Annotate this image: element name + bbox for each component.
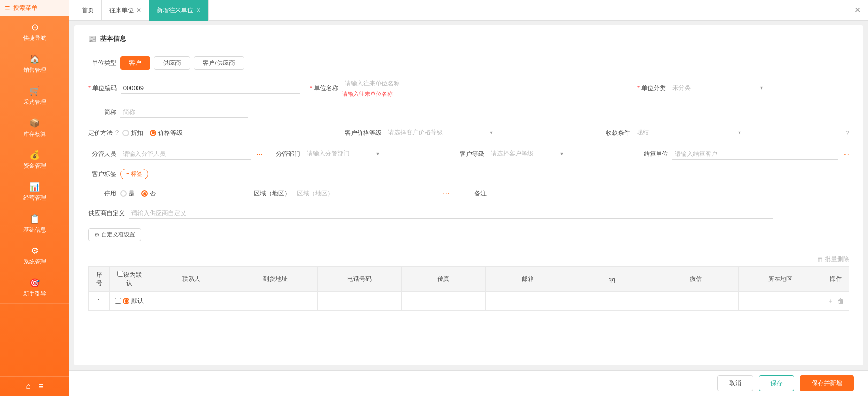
sales-icon: 🏠: [30, 54, 40, 64]
row-default-circle: [123, 298, 129, 304]
custom-settings-button[interactable]: ⚙ 自定义项设置: [88, 228, 141, 241]
customer-level-select[interactable]: 请选择客户等级 ▾: [488, 148, 631, 160]
customer-price-level-group: 客户价格等级 请选择客户价格等级 ▾: [345, 126, 592, 139]
unit-name-input[interactable]: [342, 78, 628, 89]
radio-price-level-circle: [150, 130, 156, 136]
supplier-custom-label: 供应商自定义: [88, 209, 125, 217]
home-icon[interactable]: ⌂: [26, 381, 31, 391]
bars-icon[interactable]: ≡: [38, 381, 44, 391]
row-address[interactable]: [233, 292, 317, 311]
remark-label: 备注: [458, 189, 487, 198]
row-actions: ＋ 🗑: [822, 292, 849, 311]
settlement-unit-input[interactable]: [672, 148, 838, 160]
short-name-input[interactable]: [120, 107, 248, 118]
unit-code-input[interactable]: [121, 83, 300, 94]
row-phone[interactable]: [317, 292, 401, 311]
department-select[interactable]: 请输入分管部门 ▾: [304, 148, 447, 160]
row-default-label: 默认: [131, 297, 144, 305]
disabled-group: 停用 是 否: [88, 189, 244, 198]
cancel-button[interactable]: 取消: [717, 375, 753, 391]
sidebar-item-operations[interactable]: 📊 经营管理: [0, 176, 69, 208]
row-default-radio[interactable]: 默认: [123, 297, 144, 305]
unit-code-label: * 单位编码: [88, 84, 117, 93]
finance-icon: 💰: [30, 150, 40, 160]
radio-no[interactable]: 否: [141, 189, 156, 198]
department-placeholder: 请输入分管部门: [307, 149, 374, 158]
save-add-button[interactable]: 保存并新增: [800, 375, 854, 391]
search-menu[interactable]: ☰ 搜索菜单: [0, 0, 69, 16]
unit-code-group: * 单位编码: [88, 83, 300, 94]
sidebar-item-sales[interactable]: 🏠 销售管理: [0, 48, 69, 80]
row-qq[interactable]: [570, 292, 654, 311]
sidebar-bottom: ⌂ ≡: [0, 376, 69, 396]
manager-more-icon[interactable]: ···: [257, 150, 263, 158]
row-contact[interactable]: [149, 292, 233, 311]
short-name-group: 简称: [88, 107, 248, 118]
tab-home-label: 首页: [82, 6, 94, 15]
unit-type-supplier[interactable]: 供应商: [154, 56, 190, 70]
section-title-text: 基本信息: [100, 35, 126, 43]
page-content: 📰 基本信息 单位类型 客户 供应商 客户/供应商 * 单: [74, 25, 863, 365]
tab-add-partner-close[interactable]: ✕: [196, 7, 201, 14]
save-button[interactable]: 保存: [759, 375, 794, 391]
area-input[interactable]: [294, 188, 437, 199]
row-email[interactable]: [486, 292, 570, 311]
pricing-method-help-icon[interactable]: ?: [115, 129, 119, 136]
area-group: 区域（地区） ···: [254, 188, 449, 199]
sidebar-item-basics[interactable]: 📋 基础信息: [0, 208, 69, 240]
row-area[interactable]: [738, 292, 822, 311]
add-row-icon[interactable]: ＋: [827, 297, 834, 305]
delete-row-icon[interactable]: 🗑: [838, 297, 844, 305]
manager-input[interactable]: [120, 148, 251, 160]
remark-input[interactable]: [490, 188, 849, 199]
tab-partner-list[interactable]: 往来单位 ✕: [102, 0, 149, 21]
unit-type-both[interactable]: 客户/供应商: [194, 56, 244, 70]
custom-settings-area: ⚙ 自定义项设置: [88, 228, 849, 241]
row-checkbox[interactable]: [115, 298, 121, 304]
row-default-cell: 默认: [110, 292, 149, 311]
payment-terms-select[interactable]: 现结 ▾: [634, 126, 841, 139]
row-default-dot: [125, 299, 128, 303]
add-tag-button[interactable]: + 标签: [120, 169, 148, 179]
radio-price-level[interactable]: 价格等级: [150, 129, 183, 137]
sidebar-item-label: 采购管理: [23, 98, 46, 106]
batch-delete-button[interactable]: 🗑 批量删除: [817, 255, 849, 264]
supplier-custom-group: 供应商自定义: [88, 208, 773, 219]
tab-home[interactable]: 首页: [74, 0, 102, 21]
select-all-checkbox[interactable]: [117, 271, 123, 277]
close-all-tabs[interactable]: ✕: [854, 6, 860, 15]
sidebar-item-label: 经营管理: [23, 194, 46, 202]
sidebar-item-guide[interactable]: 🎯 新手引导: [0, 272, 69, 304]
settlement-more-icon[interactable]: ···: [843, 150, 849, 158]
customer-price-level-select[interactable]: 请选择客户价格等级 ▾: [385, 126, 592, 139]
disabled-area-row: 停用 是 否 区: [88, 188, 849, 199]
tab-partner-list-close[interactable]: ✕: [137, 7, 141, 14]
supplier-custom-input[interactable]: [129, 208, 773, 219]
radio-discount[interactable]: 折扣: [122, 129, 143, 137]
customer-level-placeholder: 请选择客户等级: [491, 149, 558, 158]
unit-type-customer[interactable]: 客户: [120, 56, 150, 70]
radio-yes[interactable]: 是: [120, 189, 135, 198]
sidebar-item-quick-nav[interactable]: ⊙ 快捷导航: [0, 16, 69, 48]
sidebar-item-finance[interactable]: 💰 资金管理: [0, 144, 69, 176]
area-label: 区域（地区）: [254, 189, 290, 198]
payment-terms-help-icon[interactable]: ?: [845, 129, 849, 137]
sidebar-item-purchase[interactable]: 🛒 采购管理: [0, 80, 69, 112]
row-wechat[interactable]: [654, 292, 738, 311]
section-title: 📰 基本信息: [88, 35, 849, 43]
radio-discount-label: 折扣: [131, 129, 143, 137]
contact-table: 序号 设为默认 联系人 到货地址 电话号码 传真 邮箱 qq 微信 所在地区 操…: [88, 266, 849, 311]
sidebar-item-label: 销售管理: [23, 66, 46, 74]
row-fax[interactable]: [402, 292, 486, 311]
unit-category-select[interactable]: 未分类 ▾: [670, 82, 849, 94]
unit-name-error: 请输入往来单位名称: [342, 90, 628, 98]
manager-label: 分管人员: [88, 150, 116, 158]
disabled-radio-group: 是 否: [120, 189, 156, 198]
tab-add-partner[interactable]: 新增往来单位 ✕: [149, 0, 209, 21]
sidebar-item-system[interactable]: ⚙ 系统管理: [0, 240, 69, 272]
settlement-unit-group: 结算单位 ···: [640, 148, 849, 160]
sidebar-item-inventory[interactable]: 📦 库存核算: [0, 112, 69, 144]
area-more-icon[interactable]: ···: [443, 189, 449, 198]
sidebar-item-label: 基础信息: [23, 226, 46, 234]
payment-terms-group: 收款条件 现结 ▾ ?: [602, 126, 849, 139]
